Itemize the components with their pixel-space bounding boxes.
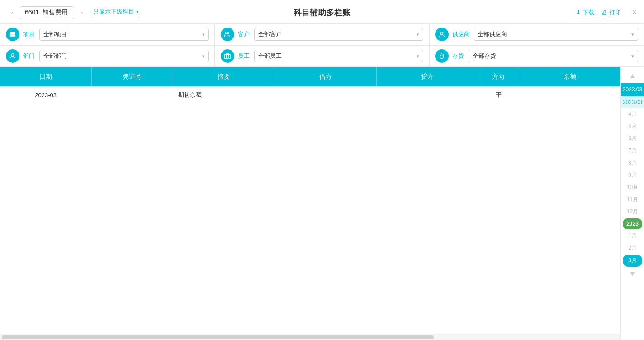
- svg-rect-1: [10, 33, 15, 35]
- col-debit: 借方: [275, 67, 376, 86]
- col-date: 日期: [0, 67, 91, 86]
- main-window: ‹ 6601 销售费用 › 只显示下级科目 ▾ 科目辅助多栏账 ⬇ 下载 🖨 打…: [0, 0, 644, 340]
- account-label: 销售费用: [43, 9, 68, 16]
- employee-label: 员工: [238, 52, 251, 60]
- close-button[interactable]: ×: [632, 8, 637, 17]
- account-name: 6601 销售费用: [20, 6, 74, 19]
- timeline-header-2[interactable]: 2023.03: [621, 96, 644, 108]
- timeline-month-12[interactable]: 12月: [621, 206, 644, 218]
- inventory-label: 存货: [452, 52, 465, 60]
- inventory-select[interactable]: 全部存货 ▾: [469, 50, 638, 62]
- supplier-value: 全部供应商: [478, 30, 507, 38]
- timeline-month-2[interactable]: 2月: [621, 242, 644, 254]
- download-button[interactable]: ⬇ 下载: [576, 9, 594, 17]
- supplier-chevron-icon: ▾: [631, 32, 634, 38]
- timeline-month-5[interactable]: 5月: [621, 120, 644, 132]
- horizontal-scrollbar[interactable]: [0, 334, 620, 340]
- timeline-month-7[interactable]: 7月: [621, 145, 644, 157]
- inventory-chevron-icon: ▾: [631, 53, 634, 59]
- svg-rect-2: [10, 35, 15, 37]
- timeline-month-6[interactable]: 6月: [621, 132, 644, 145]
- filter-customer: 客户 全部客户 ▾: [215, 24, 430, 45]
- timeline-month-1[interactable]: 1月: [621, 230, 644, 242]
- filter-department: 部门 全部部门 ▾: [0, 45, 215, 67]
- svg-point-4: [225, 32, 227, 34]
- timeline-scroll-up-btn[interactable]: ▲: [621, 69, 644, 83]
- employee-icon: [221, 49, 234, 63]
- table-area: 日期 凭证号 摘要 借方 贷方 方向 余额 2023-03: [0, 67, 620, 340]
- svg-rect-7: [224, 55, 230, 59]
- timeline-month-10[interactable]: 10月: [621, 181, 644, 194]
- title-left: ‹ 6601 销售费用 › 只显示下级科目 ▾: [7, 6, 139, 19]
- data-table: 日期 凭证号 摘要 借方 贷方 方向 余额 2023-03: [0, 67, 620, 104]
- table-row: 2023-03 期初余额 平: [0, 86, 620, 104]
- timeline-header-1[interactable]: 2023.03: [621, 83, 644, 96]
- department-select[interactable]: 全部部门 ▾: [39, 50, 209, 62]
- main-content: 日期 凭证号 摘要 借方 贷方 方向 余额 2023-03: [0, 67, 644, 340]
- department-icon: [6, 49, 19, 63]
- inventory-icon: [435, 49, 449, 63]
- timeline-sidebar: ▲ 2023.03 2023.03 4月 5月 6月 7月 8月 9月 10月 …: [620, 67, 644, 340]
- filter-employee: 员工 全部员工 ▾: [215, 45, 430, 67]
- filter-bar: 项目 全部项目 ▾ 客户 全部客户 ▾ 供应商 全部供应商 ▾: [0, 24, 644, 67]
- inventory-value: 全部存货: [473, 52, 496, 60]
- filter-supplier: 供应商 全部供应商 ▾: [429, 24, 644, 45]
- download-label: 下载: [582, 9, 594, 17]
- print-button[interactable]: 🖨 打印: [601, 9, 621, 17]
- show-sub-label: 只显示下级科目: [93, 8, 134, 16]
- project-label: 项目: [23, 30, 36, 38]
- timeline-year-2023[interactable]: 2023: [623, 218, 642, 229]
- timeline-scroll-down-btn[interactable]: ▼: [621, 267, 644, 281]
- chevron-down-icon: ▾: [136, 9, 139, 15]
- timeline-month-3-active[interactable]: 3月: [623, 255, 642, 267]
- cell-credit: [376, 86, 478, 104]
- timeline-month-4[interactable]: 4月: [621, 108, 644, 120]
- customer-select[interactable]: 全部客户 ▾: [254, 28, 424, 41]
- cell-direction: 平: [478, 86, 519, 104]
- cell-summary: 期初余额: [173, 86, 275, 104]
- supplier-select[interactable]: 全部供应商 ▾: [474, 28, 638, 41]
- prev-account-btn[interactable]: ‹: [7, 8, 17, 18]
- employee-chevron-icon: ▾: [417, 53, 419, 59]
- customer-label: 客户: [238, 30, 251, 38]
- customer-chevron-icon: ▾: [417, 32, 419, 38]
- col-direction: 方向: [478, 67, 519, 86]
- download-icon: ⬇: [576, 9, 581, 16]
- cell-balance: [519, 86, 620, 104]
- employee-value: 全部员工: [258, 52, 282, 60]
- supplier-label: 供应商: [452, 30, 470, 38]
- filter-project: 项目 全部项目 ▾: [0, 24, 215, 45]
- col-credit: 贷方: [376, 67, 478, 86]
- print-icon: 🖨: [601, 9, 607, 16]
- timeline-month-8[interactable]: 8月: [621, 157, 644, 169]
- employee-select[interactable]: 全部员工 ▾: [254, 50, 424, 62]
- project-select[interactable]: 全部项目 ▾: [39, 28, 209, 41]
- svg-point-3: [227, 32, 229, 34]
- cell-voucher: [91, 86, 173, 104]
- scrollbar-thumb: [2, 335, 434, 339]
- title-right: ⬇ 下载 🖨 打印 ×: [576, 8, 637, 17]
- timeline-month-9[interactable]: 9月: [621, 169, 644, 181]
- cell-debit: [275, 86, 376, 104]
- svg-point-5: [441, 32, 443, 34]
- project-chevron-icon: ▾: [202, 32, 205, 38]
- page-title: 科目辅助多栏账: [294, 7, 350, 18]
- supplier-icon: [435, 28, 449, 41]
- show-sub-toggle[interactable]: 只显示下级科目 ▾: [93, 8, 139, 17]
- col-voucher: 凭证号: [91, 67, 173, 86]
- svg-rect-0: [10, 32, 15, 33]
- customer-icon: [221, 28, 234, 41]
- department-chevron-icon: ▾: [202, 53, 205, 59]
- timeline-month-11[interactable]: 11月: [621, 194, 644, 206]
- svg-point-6: [11, 54, 14, 56]
- project-icon: [6, 28, 19, 41]
- col-summary: 摘要: [173, 67, 275, 86]
- cell-date: 2023-03: [0, 86, 91, 104]
- title-bar: ‹ 6601 销售费用 › 只显示下级科目 ▾ 科目辅助多栏账 ⬇ 下载 🖨 打…: [0, 0, 644, 24]
- filter-inventory: 存货 全部存货 ▾: [429, 45, 644, 67]
- department-value: 全部部门: [43, 52, 67, 60]
- next-account-btn[interactable]: ›: [77, 8, 87, 18]
- customer-value: 全部客户: [258, 30, 282, 38]
- account-code: 6601: [25, 9, 39, 16]
- department-label: 部门: [23, 52, 36, 60]
